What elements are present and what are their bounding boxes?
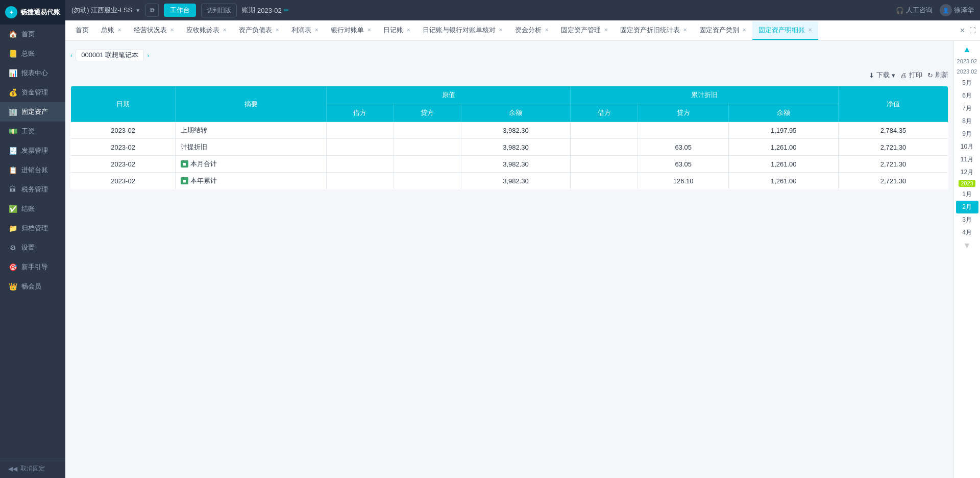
tab-close-icon[interactable]: ✕ (406, 27, 410, 33)
tab-close-icon[interactable]: ✕ (545, 27, 549, 33)
print-button[interactable]: 🖨 打印 (900, 70, 922, 80)
month-4[interactable]: 4月 (956, 226, 978, 239)
member-icon: 👑 (8, 282, 17, 291)
tab-ledger-label: 总账 (101, 26, 114, 35)
tab-journal[interactable]: 日记账 ✕ (377, 21, 416, 40)
tab-ledger[interactable]: 总账 ✕ (95, 21, 128, 40)
tab-close-icon[interactable]: ✕ (170, 27, 174, 33)
month-8[interactable]: 8月 (956, 115, 978, 128)
print-icon: 🖨 (900, 71, 907, 79)
tab-expand-icon[interactable]: ⛶ (969, 27, 976, 34)
sidebar-nav: 🏠 首页 📒 总账 📊 报表中心 💰 资金管理 🏢 固定资产 💵 工资 🧾 发票… (0, 25, 65, 459)
month-5[interactable]: 5月 (956, 77, 978, 89)
tab-collapse-icon[interactable]: ✕ (960, 27, 965, 34)
sidebar-item-label: 固定资产 (21, 107, 48, 116)
tab-close-icon[interactable]: ✕ (367, 27, 371, 33)
app-logo: ✦ 畅捷通易代账 (0, 0, 65, 25)
tab-close-icon[interactable]: ✕ (314, 27, 318, 33)
tab-home[interactable]: 首页 (69, 21, 95, 40)
content-area: ‹ 000001 联想笔记本 › ⬇ 下载 ▾ 🖨 打印 (65, 41, 980, 478)
switch-version-button[interactable]: 切到旧版 (201, 4, 237, 17)
breadcrumb-next-icon[interactable]: › (147, 52, 149, 59)
tab-close-icon[interactable]: ✕ (117, 27, 121, 33)
asset-name: 联想笔记本 (105, 51, 138, 59)
tab-receivable-label: 应收账龄表 (186, 26, 219, 35)
user-menu[interactable]: 👤 徐泽华 (940, 4, 974, 16)
month-9[interactable]: 9月 (956, 128, 978, 140)
dropdown-icon: ▾ (892, 71, 895, 79)
tab-profit[interactable]: 利润表 ✕ (285, 21, 325, 40)
month-3[interactable]: 3月 (956, 213, 978, 226)
company-selector[interactable]: (勿动) 江西服业-LSS ▼ (71, 6, 140, 15)
tab-fixed-category-label: 固定资产类别 (699, 26, 739, 35)
sidebar-item-member[interactable]: 👑 畅会员 (0, 277, 65, 296)
period-value: 2023-02 (257, 7, 282, 14)
sidebar-item-reports[interactable]: 📊 报表中心 (0, 63, 65, 83)
month-7[interactable]: 7月 (956, 102, 978, 115)
month-1[interactable]: 1月 (956, 188, 978, 201)
tab-capital-analysis[interactable]: 资金分析 ✕ (509, 21, 555, 40)
tab-fixed-detail[interactable]: 固定资产明细账 ✕ (752, 21, 818, 40)
download-button[interactable]: ⬇ 下载 ▾ (869, 70, 895, 80)
tab-close-icon[interactable]: ✕ (604, 27, 608, 33)
th-date: 日期 (71, 86, 176, 122)
sidebar-item-invoice[interactable]: 🧾 发票管理 (0, 141, 65, 160)
sidebar-item-label: 总账 (21, 49, 35, 58)
tab-fixed-mgmt[interactable]: 固定资产管理 ✕ (555, 21, 614, 40)
tab-close-icon[interactable]: ✕ (275, 27, 279, 33)
sidebar-item-ledger[interactable]: 📒 总账 (0, 44, 65, 63)
tab-close-icon[interactable]: ✕ (808, 27, 812, 33)
tab-business[interactable]: 经营状况表 ✕ (128, 21, 180, 40)
tab-receivable[interactable]: 应收账龄表 ✕ (180, 21, 233, 40)
tab-fixed-category[interactable]: 固定资产类别 ✕ (693, 21, 752, 40)
period-up-arrow[interactable]: ▲ (961, 43, 973, 56)
workbench-button[interactable]: 工作台 (164, 4, 196, 17)
invoice-icon: 🧾 (8, 147, 17, 155)
sidebar-item-capital[interactable]: 💰 资金管理 (0, 83, 65, 102)
breadcrumb: ‹ 000001 联想笔记本 › (70, 46, 948, 64)
period-edit-icon[interactable]: ✏ (284, 7, 289, 14)
tab-close-icon[interactable]: ✕ (223, 27, 227, 33)
month-6[interactable]: 6月 (956, 89, 978, 102)
sidebar-item-fixed-assets[interactable]: 🏢 固定资产 (0, 102, 65, 122)
sidebar-unpin[interactable]: ◀◀ 取消固定 (0, 459, 65, 478)
period-display: 账期 2023-02 ✏ (242, 6, 289, 15)
period-down-arrow[interactable]: ▼ (961, 239, 973, 252)
tab-profit-label: 利润表 (291, 26, 311, 35)
sidebar-item-sales-ledger[interactable]: 📋 进销台账 (0, 160, 65, 180)
tab-close-icon[interactable]: ✕ (742, 27, 746, 33)
sidebar-item-label: 报表中心 (21, 68, 48, 78)
table-toolbar: ⬇ 下载 ▾ 🖨 打印 ↻ 刷新 (70, 68, 948, 82)
sidebar-item-settlement[interactable]: ✅ 结账 (0, 199, 65, 219)
sidebar-item-label: 设置 (21, 243, 35, 252)
refresh-icon: ↻ (927, 71, 933, 79)
sidebar-item-home[interactable]: 🏠 首页 (0, 25, 65, 44)
tab-close-icon[interactable]: ✕ (499, 27, 503, 33)
th-dep-balance: 余额 (729, 104, 839, 122)
month-12[interactable]: 12月 (956, 166, 978, 179)
refresh-button[interactable]: ↻ 刷新 (927, 70, 948, 80)
sidebar-item-guide[interactable]: 🎯 新手引导 (0, 257, 65, 277)
th-orig-balance: 余额 (461, 104, 571, 122)
breadcrumb-prev-icon[interactable]: ‹ (70, 52, 72, 59)
sidebar-item-label: 新手引导 (21, 262, 48, 272)
tab-balance[interactable]: 资产负债表 ✕ (233, 21, 285, 40)
sidebar-item-payroll[interactable]: 💵 工资 (0, 122, 65, 141)
tab-depreciation-stat[interactable]: 固定资产折旧统计表 ✕ (614, 21, 693, 40)
month-2[interactable]: 2月 (956, 201, 978, 213)
th-summary: 摘要 (176, 86, 327, 122)
tab-bank-statement[interactable]: 银行对账单 ✕ (325, 21, 377, 40)
sidebar-item-tax[interactable]: 🏛 税务管理 (0, 180, 65, 199)
month-11[interactable]: 11月 (956, 153, 978, 166)
tab-bank-reconcile[interactable]: 日记账与银行对账单核对 ✕ (416, 21, 509, 40)
sidebar-item-settings[interactable]: ⚙ 设置 (0, 238, 65, 257)
row-tag: ■ (181, 177, 188, 184)
service-button[interactable]: 🎧 人工咨询 (896, 6, 933, 15)
tab-home-label: 首页 (76, 26, 89, 35)
table-row: 2023-02■本月合计3,982.3063.051,261.002,721.3… (71, 156, 948, 173)
tab-close-icon[interactable]: ✕ (683, 27, 687, 33)
sidebar-item-archive[interactable]: 📁 归档管理 (0, 219, 65, 238)
tab-bank-reconcile-label: 日记账与银行对账单核对 (423, 26, 496, 35)
month-10[interactable]: 10月 (956, 140, 978, 153)
copy-button[interactable]: ⧉ (145, 4, 159, 17)
